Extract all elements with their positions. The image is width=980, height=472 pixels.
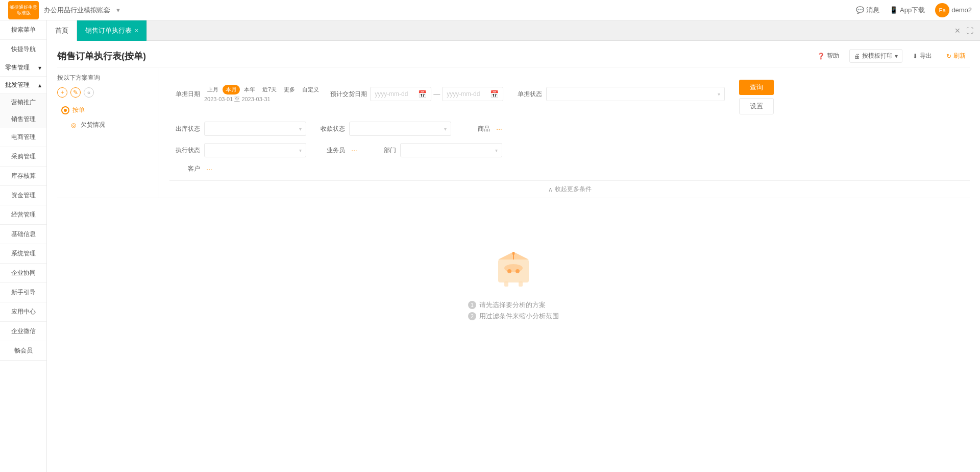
exec-status-select[interactable]: ▾: [204, 143, 306, 157]
customer-dots[interactable]: ···: [206, 165, 212, 173]
message-btn[interactable]: 💬 消息: [856, 6, 879, 15]
filter-salesman: 业务员 ···: [314, 146, 357, 155]
filter-row-4: 客户 ···: [169, 164, 970, 173]
svg-point-7: [512, 252, 515, 255]
sidebar-item-member[interactable]: 畅会员: [0, 341, 46, 361]
sidebar: 搜索菜单 快捷导航 零售管理 ▾ 批发管理 ▴ 营销推广 销售管理 电商管理 采…: [0, 20, 47, 472]
collapse-content: ∧ 收起更多条件: [548, 185, 592, 194]
sidebar-item-newuser[interactable]: 新手引导: [0, 283, 46, 302]
empty-svg: [488, 242, 539, 288]
sidebar-item-purchase[interactable]: 采购管理: [0, 147, 46, 167]
date-tab-custom[interactable]: 自定义: [299, 85, 322, 95]
collapse-bar[interactable]: ∧ 收起更多条件: [169, 180, 970, 198]
expected-date-to-text: yyyy-mm-dd: [447, 90, 480, 98]
sidebar-item-marketing[interactable]: 营销推广: [0, 94, 46, 111]
tab-home[interactable]: 首页: [47, 20, 77, 41]
print-btn[interactable]: 🖨 按模板打印 ▾: [849, 49, 902, 63]
sidebar-item-finance[interactable]: 资金管理: [0, 186, 46, 205]
scheme-label-2: 欠货情况: [81, 121, 105, 129]
window-expand-btn[interactable]: ⛶: [966, 27, 974, 35]
user-name: demo2: [951, 6, 972, 14]
sidebar-retail-label: 零售管理: [5, 63, 30, 72]
step2-text: 用过滤条件来缩小分析范围: [479, 312, 559, 321]
app-download-btn[interactable]: 📱 App下载: [890, 6, 925, 15]
query-btn[interactable]: 查询: [739, 80, 774, 95]
filter-right: 单据日期 上月 本月 本年 近7天 更多 自定义: [159, 67, 970, 198]
filter-date: 单据日期 上月 本月 本年 近7天 更多 自定义: [169, 85, 322, 103]
expected-date-to[interactable]: yyyy-mm-dd 📅: [442, 87, 503, 101]
date-tab-more[interactable]: 更多: [281, 85, 298, 95]
sidebar-item-enterprise[interactable]: 企业协同: [0, 264, 46, 283]
window-close-btn[interactable]: ✕: [953, 27, 962, 35]
page-title: 销售订单执行表(按单): [57, 50, 146, 62]
sidebar-wholesale-arrow: ▴: [38, 82, 41, 89]
out-status-chevron: ▾: [299, 126, 302, 132]
topbar: 畅捷通好生意 标准版 办公用品行业模拟账套 ▼ 💬 消息 📱 App下载 Ea …: [0, 0, 980, 20]
query-btns: 查询 设置: [733, 74, 774, 114]
date-tab-prev-month[interactable]: 上月: [204, 85, 222, 95]
goods-dots[interactable]: ···: [496, 125, 502, 133]
page-content: 销售订单执行表(按单) ❓ 帮助 🖨 按模板打印 ▾ ⬇ 导出: [47, 41, 980, 472]
date-tab-this-month[interactable]: 本月: [223, 85, 240, 95]
scheme-item-by-order[interactable]: 按单: [57, 103, 151, 117]
filter-left: 按以下方案查询 + ✎ «: [57, 67, 159, 198]
sidebar-item-system[interactable]: 系统管理: [0, 244, 46, 264]
filter-left-title-text: 按以下方案查询: [57, 74, 100, 82]
tab-close-icon[interactable]: ×: [135, 27, 138, 34]
sidebar-item-sales-mgmt[interactable]: 销售管理: [0, 111, 46, 128]
export-label: 导出: [920, 52, 932, 60]
app-icon: 📱: [890, 6, 898, 14]
fold-panel-btn[interactable]: «: [84, 87, 94, 98]
empty-icon: [483, 239, 544, 290]
export-btn[interactable]: ⬇ 导出: [909, 50, 936, 62]
add-scheme-btn[interactable]: +: [57, 87, 67, 98]
exec-status-chevron: ▾: [299, 148, 302, 153]
calendar-icon-2: 📅: [490, 90, 499, 98]
sidebar-item-basic[interactable]: 基础信息: [0, 225, 46, 244]
tab-sales-order[interactable]: 销售订单执行表 ×: [77, 20, 147, 41]
scheme-item-shortage[interactable]: ◎ 欠货情况: [57, 117, 151, 132]
export-icon: ⬇: [913, 53, 918, 60]
dept-select[interactable]: ▾: [400, 143, 502, 157]
sidebar-wholesale-label: 批发管理: [5, 81, 30, 89]
refresh-btn[interactable]: ↻ 刷新: [942, 50, 970, 62]
topbar-dropdown-icon[interactable]: ▼: [115, 7, 121, 13]
out-status-select[interactable]: ▾: [204, 122, 306, 136]
help-btn[interactable]: ❓ 帮助: [813, 50, 843, 62]
edit-scheme-btn[interactable]: ✎: [70, 87, 81, 98]
date-group-col: 上月 本月 本年 近7天 更多 自定义 2023-03-01 至 2023-03…: [204, 85, 322, 103]
svg-point-3: [504, 264, 523, 272]
date-tab-last7[interactable]: 近7天: [259, 85, 280, 95]
user-profile[interactable]: Ea demo2: [935, 3, 972, 17]
filter-row-2: 出库状态 ▾ 收款状态 ▾: [169, 122, 970, 136]
date-label: 单据日期: [169, 90, 200, 99]
sidebar-item-operations[interactable]: 经营管理: [0, 205, 46, 225]
filter-left-actions: + ✎ «: [57, 87, 151, 98]
salesman-dots[interactable]: ···: [351, 146, 357, 154]
recv-status-select[interactable]: ▾: [349, 122, 451, 136]
expected-date-from[interactable]: yyyy-mm-dd 📅: [370, 87, 431, 101]
setup-btn[interactable]: 设置: [739, 98, 774, 114]
sidebar-item-search[interactable]: 搜索菜单: [0, 20, 46, 40]
sidebar-item-corpwechat[interactable]: 企业微信: [0, 322, 46, 341]
print-label: 按模板打印: [862, 52, 893, 60]
doc-status-select[interactable]: ▾: [546, 87, 725, 101]
filter-dept: 部门 ▾: [365, 143, 502, 157]
sidebar-item-wholesale[interactable]: 批发管理 ▴: [0, 77, 46, 94]
page-actions: ❓ 帮助 🖨 按模板打印 ▾ ⬇ 导出 ↻ 刷新: [813, 49, 970, 63]
filter-recv-status: 收款状态 ▾: [314, 122, 451, 136]
sidebar-item-quicknav[interactable]: 快捷导航: [0, 40, 46, 59]
sidebar-item-retail[interactable]: 零售管理 ▾: [0, 59, 46, 77]
edit-scheme-icon: ✎: [73, 89, 78, 96]
step1-text: 请先选择要分析的方案: [479, 300, 546, 310]
avatar: Ea: [935, 3, 949, 17]
filter-area: 按以下方案查询 + ✎ «: [47, 67, 980, 198]
out-status-label: 出库状态: [169, 125, 200, 133]
collapse-label: 收起更多条件: [555, 185, 592, 194]
sidebar-item-appcenter[interactable]: 应用中心: [0, 302, 46, 322]
sidebar-item-inventory[interactable]: 库存核算: [0, 167, 46, 186]
sidebar-item-ecommerce[interactable]: 电商管理: [0, 128, 46, 147]
print-icon: 🖨: [854, 53, 860, 60]
date-tab-this-year[interactable]: 本年: [241, 85, 258, 95]
filter-customer: 客户 ···: [169, 164, 212, 173]
